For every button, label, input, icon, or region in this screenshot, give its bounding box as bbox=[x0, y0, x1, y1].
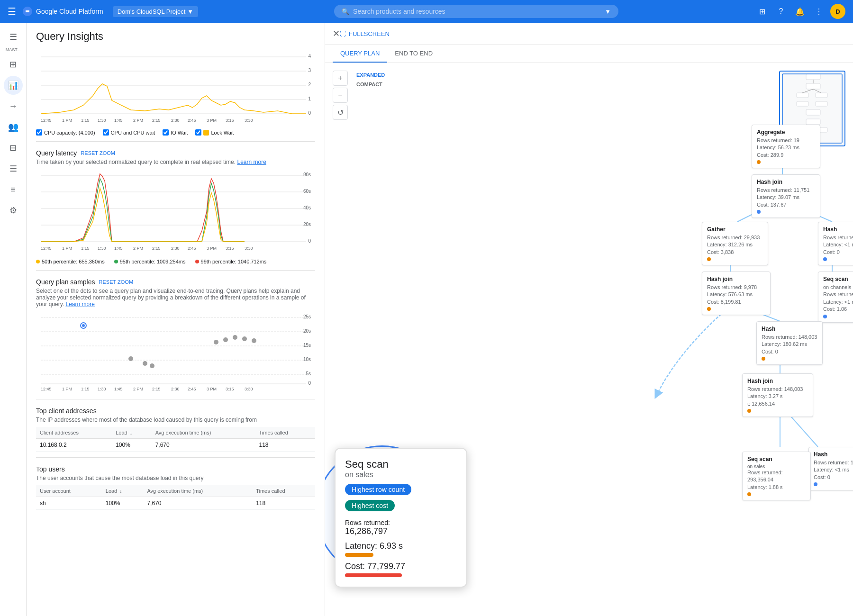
node-seq-scan-channels[interactable]: Seq scan on channels Rows returned: 2 La… bbox=[818, 272, 853, 323]
latency-chart-svg: 80s 60s 40s 20s 0 bbox=[36, 169, 316, 254]
project-name: Dom's CloudSQL Project bbox=[118, 8, 186, 15]
zoom-in-button[interactable]: + bbox=[333, 71, 348, 86]
legend-cpu-capacity-label: CPU capacity: (4.000) bbox=[44, 130, 95, 136]
users-row-1: sh 100% 7,670 118 bbox=[36, 497, 315, 510]
svg-text:1:45: 1:45 bbox=[114, 118, 123, 123]
legend-cpu-capacity-checkbox[interactable] bbox=[36, 129, 42, 136]
clients-col-load[interactable]: Load ↓ bbox=[112, 427, 151, 439]
legend-cpu-wait: CPU and CPU wait bbox=[103, 129, 155, 136]
apps-icon[interactable]: ⊞ bbox=[754, 4, 770, 19]
sidebar-item-dashboard[interactable]: ⊞ bbox=[4, 55, 23, 74]
svg-text:1:15: 1:15 bbox=[81, 118, 90, 123]
help-icon[interactable]: ? bbox=[773, 4, 789, 19]
search-input[interactable] bbox=[353, 8, 601, 15]
p50-item: 50th percentile: 655.360ms bbox=[36, 259, 105, 264]
sidebar-item-logs[interactable]: ☰ bbox=[4, 159, 23, 178]
cpu-chart-svg: 4 3 2 1 0 12:45 bbox=[36, 48, 316, 124]
node-hash-mid2[interactable]: Hash Rows returned: 148,003 Latency: 180… bbox=[756, 321, 823, 365]
search-icon: 🔍 bbox=[342, 8, 349, 15]
sidebar-item-insights[interactable]: 📊 bbox=[4, 76, 23, 95]
node-seq-scan-channels-indicator bbox=[823, 315, 827, 318]
tabs-row: QUERY PLAN END TO END bbox=[325, 45, 853, 63]
view-mode-toggle: EXPANDED COMPACT bbox=[354, 71, 388, 89]
svg-text:2 PM: 2 PM bbox=[133, 118, 143, 123]
svg-text:5s: 5s bbox=[306, 371, 311, 376]
notifications-icon[interactable]: 🔔 bbox=[792, 4, 808, 19]
sidebar-item-users[interactable]: 👥 bbox=[4, 118, 23, 136]
plan-dot-4 bbox=[150, 363, 154, 368]
mag-rows-label: Rows returned: bbox=[345, 519, 457, 526]
legend-io-wait-checkbox[interactable] bbox=[163, 129, 169, 136]
tab-end-to-end[interactable]: END TO END bbox=[387, 45, 440, 63]
svg-text:0: 0 bbox=[308, 238, 311, 244]
legend-lock-wait-checkbox[interactable] bbox=[195, 129, 201, 136]
clients-cell-avg: 7,670 bbox=[152, 439, 255, 452]
node-aggregate[interactable]: Aggregate Rows returned: 19 Latency: 56.… bbox=[752, 125, 820, 168]
users-cell-times: 118 bbox=[252, 497, 315, 510]
clients-col-times: Times called bbox=[255, 427, 315, 439]
project-selector[interactable]: Dom's CloudSQL Project ▼ bbox=[113, 6, 198, 17]
search-bar[interactable]: 🔍 ▼ bbox=[334, 5, 618, 18]
node-hash-join-lower[interactable]: Hash join Rows returned: 148,003 Latency… bbox=[742, 373, 813, 417]
svg-text:12:45: 12:45 bbox=[41, 118, 52, 123]
users-cell-avg: 7,670 bbox=[143, 497, 252, 510]
qps-learn-more[interactable]: Learn more bbox=[65, 301, 94, 308]
node-gather[interactable]: Gather Rows returned: 29,933 Latency: 31… bbox=[702, 222, 768, 265]
sidebar-item-list[interactable]: ≡ bbox=[4, 180, 23, 199]
search-expand-icon: ▼ bbox=[605, 8, 611, 15]
sidebar-item-menu[interactable]: ☰ bbox=[4, 27, 23, 46]
users-desc: The user accounts that cause the most da… bbox=[36, 475, 315, 481]
users-title: Top users bbox=[36, 465, 65, 473]
svg-text:3 PM: 3 PM bbox=[207, 246, 217, 251]
sidebar-group-top: ☰ MAST... bbox=[0, 27, 26, 53]
magnified-node-overlay: Seq scan on sales Highest row count High… bbox=[335, 448, 467, 588]
fullscreen-button[interactable]: ⛶ FULLSCREEN bbox=[340, 30, 390, 37]
latency-chart-container: 80s 60s 40s 20s 0 bbox=[36, 169, 315, 264]
plan-dot-3 bbox=[143, 361, 147, 366]
mag-cost-value: Cost: 77,799.77 bbox=[345, 562, 457, 571]
compact-toggle[interactable]: COMPACT bbox=[354, 80, 388, 89]
svg-text:2:45: 2:45 bbox=[188, 118, 196, 123]
svg-text:1:45: 1:45 bbox=[114, 246, 123, 251]
mag-latency-value: Latency: 6.93 s bbox=[345, 541, 457, 551]
svg-text:3:15: 3:15 bbox=[226, 246, 234, 251]
clients-table: Client addresses Load ↓ Avg execution ti… bbox=[36, 427, 315, 452]
close-button[interactable]: ✕ bbox=[333, 28, 340, 39]
node-hash-right[interactable]: Hash Rows returned: 2 Latency: <1 ms Cos… bbox=[818, 222, 853, 265]
svg-text:3: 3 bbox=[308, 68, 311, 73]
right-panel: ✕ ⛶ FULLSCREEN QUERY PLAN END TO END + −… bbox=[325, 23, 853, 616]
svg-text:2 PM: 2 PM bbox=[133, 387, 143, 391]
reset-button[interactable]: ↺ bbox=[333, 105, 348, 120]
qps-reset-zoom[interactable]: RESET ZOOM bbox=[99, 279, 134, 285]
sidebar-item-settings[interactable]: ⚙ bbox=[4, 201, 23, 220]
menu-icon[interactable]: ☰ bbox=[8, 6, 16, 17]
latency-learn-more[interactable]: Learn more bbox=[237, 159, 266, 165]
avatar[interactable]: D bbox=[830, 4, 845, 19]
svg-text:3:30: 3:30 bbox=[245, 118, 253, 123]
zoom-out-button[interactable]: − bbox=[333, 88, 348, 103]
svg-text:40s: 40s bbox=[303, 205, 311, 210]
node-hash-join-top[interactable]: Hash join Rows returned: 11,751 Latency:… bbox=[752, 174, 820, 218]
svg-text:15s: 15s bbox=[303, 343, 311, 348]
svg-text:1 PM: 1 PM bbox=[62, 118, 72, 123]
node-seq-scan-sales[interactable]: Seq scan on sales Rows returned: 293,356… bbox=[742, 452, 811, 500]
percentiles-legend: 50th percentile: 655.360ms 95th percenti… bbox=[36, 259, 315, 264]
legend-cpu-capacity: CPU capacity: (4.000) bbox=[36, 129, 95, 136]
more-options-icon[interactable]: ⋮ bbox=[811, 4, 826, 19]
tab-query-plan[interactable]: QUERY PLAN bbox=[333, 45, 387, 63]
latency-reset-zoom[interactable]: RESET ZOOM bbox=[81, 150, 115, 156]
users-cell-load: 100% bbox=[102, 497, 144, 510]
sidebar-item-migrations[interactable]: → bbox=[4, 97, 23, 116]
expanded-toggle[interactable]: EXPANDED bbox=[354, 71, 388, 79]
node-hash-bottom[interactable]: Hash Rows returned: 1 Latency: <1 ms Cos… bbox=[808, 447, 853, 490]
svg-text:12:45: 12:45 bbox=[41, 246, 52, 251]
users-col-load[interactable]: Load ↓ bbox=[102, 485, 144, 497]
node-hash-join-mid[interactable]: Hash join Rows returned: 9,978 Latency: … bbox=[702, 272, 771, 315]
sidebar-item-instances[interactable]: ⊟ bbox=[4, 138, 23, 157]
legend-cpu-wait-checkbox[interactable] bbox=[103, 129, 109, 136]
svg-text:2:45: 2:45 bbox=[188, 387, 196, 391]
plan-dot-7 bbox=[233, 335, 237, 340]
legend-io-wait-label: IO Wait bbox=[171, 130, 188, 136]
plan-dot-5 bbox=[214, 340, 218, 344]
latency-section-header: Query latency RESET ZOOM bbox=[36, 149, 315, 157]
